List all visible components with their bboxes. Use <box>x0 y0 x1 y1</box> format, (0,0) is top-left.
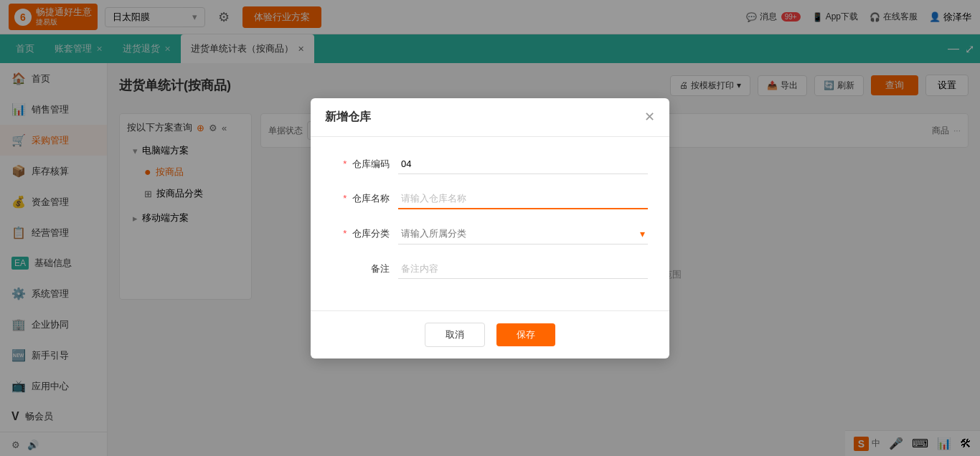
warehouse-type-select[interactable]: ▾ <box>398 224 648 244</box>
remark-input[interactable] <box>398 259 648 279</box>
save-button[interactable]: 保存 <box>496 323 555 346</box>
form-row-type: * 仓库分类 ▾ <box>332 224 648 244</box>
modal-body: * 仓库编码 * 仓库名称 * 仓库分类 <box>311 137 669 310</box>
modal-overlay[interactable]: 新增仓库 ✕ * 仓库编码 * 仓库名称 <box>0 0 980 456</box>
warehouse-type-input[interactable] <box>401 228 640 239</box>
modal-title: 新增仓库 <box>325 110 371 125</box>
remark-label: 备注 <box>332 262 390 275</box>
warehouse-code-input[interactable] <box>398 154 648 174</box>
required-marker-name: * <box>343 193 347 204</box>
warehouse-code-label: * 仓库编码 <box>332 158 390 171</box>
cancel-button[interactable]: 取消 <box>425 323 485 347</box>
required-marker-type: * <box>343 228 347 239</box>
required-marker-code: * <box>343 158 347 169</box>
modal-add-warehouse: 新增仓库 ✕ * 仓库编码 * 仓库名称 <box>311 98 669 358</box>
form-row-code: * 仓库编码 <box>332 154 648 174</box>
form-row-remark: 备注 <box>332 259 648 279</box>
form-row-name: * 仓库名称 <box>332 189 648 209</box>
modal-header: 新增仓库 ✕ <box>311 98 669 137</box>
modal-close-button[interactable]: ✕ <box>644 110 655 123</box>
modal-footer: 取消 保存 <box>311 310 669 358</box>
type-dropdown-icon: ▾ <box>640 228 645 239</box>
warehouse-name-label: * 仓库名称 <box>332 192 390 205</box>
warehouse-type-label: * 仓库分类 <box>332 227 390 240</box>
warehouse-name-input[interactable] <box>398 189 648 209</box>
